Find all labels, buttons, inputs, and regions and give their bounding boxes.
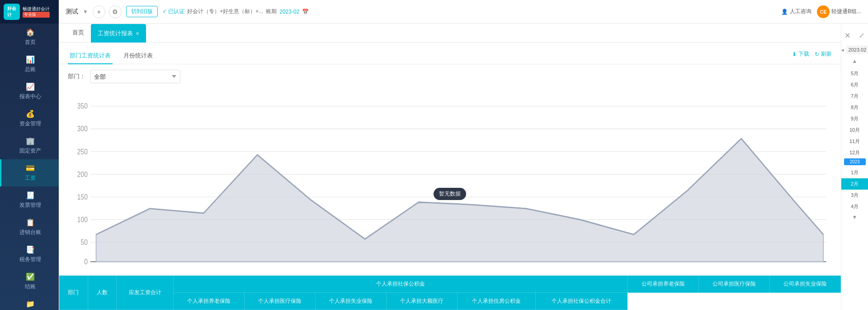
month-up-icon[interactable]: ▲: [850, 56, 859, 66]
tab-home[interactable]: 首页: [66, 24, 91, 43]
sidebar-label-ledger: 总账: [25, 66, 36, 73]
page-content: 部门工资统计表 月份统计表 ⬇ 下载 ↻ 刷新: [59, 43, 841, 310]
dropdown-arrow-icon: ▼: [83, 9, 88, 15]
col-company-medical: 公司承担医疗保险: [698, 276, 769, 293]
refresh-button[interactable]: ↻ 刷新: [815, 50, 832, 58]
month-nav-2023: 1月 2月 3月 4月: [841, 167, 868, 212]
sidebar-item-home[interactable]: 🏠 首页: [0, 24, 59, 51]
settle-icon: ✅: [26, 272, 35, 281]
period-value: 2023-02: [279, 9, 299, 15]
add-button[interactable]: +: [93, 5, 105, 18]
topbar: 测试 ▼ + ⚙ 切到旧版 ✓ 已认证 好会计（专）+好生意（标）+... 账期…: [59, 0, 868, 24]
date-display[interactable]: 2023.02: [846, 45, 868, 54]
sidebar-item-settle[interactable]: ✅ 结账: [0, 268, 59, 295]
sidebar-item-reports[interactable]: 📈 报表中心: [0, 78, 59, 105]
sub-tab-month-label: 月份统计表: [123, 52, 153, 59]
archive-icon: 📁: [26, 300, 35, 308]
project-title: 测试: [66, 8, 78, 16]
content: 首页 工资统计报表 × 部门工资统计表 月份统计表: [59, 24, 868, 310]
sidebar-label-assets: 固定资产: [19, 147, 41, 155]
sidebar-label-settle: 结账: [25, 283, 36, 291]
sidebar-nav: 🏠 首页 📊 总账 📈 报表中心 💰 资金管理 🏢 固定资产 💳 工资 🧾 发票…: [0, 24, 59, 310]
sub-tab-dept[interactable]: 部门工资统计表: [68, 48, 113, 64]
month-9[interactable]: 9月: [841, 113, 868, 124]
ai-consult-button[interactable]: 👤 人工咨询: [781, 8, 811, 15]
tab-close-icon[interactable]: ×: [136, 30, 139, 37]
sidebar-item-funds[interactable]: 💰 资金管理: [0, 105, 59, 132]
col-count: 人数: [88, 276, 117, 310]
month-down-icon[interactable]: ▼: [850, 212, 859, 222]
main-area: 测试 ▼ + ⚙ 切到旧版 ✓ 已认证 好会计（专）+好生意（标）+... 账期…: [59, 0, 868, 310]
ai-label: 人工咨询: [790, 8, 811, 15]
settings-button[interactable]: ⚙: [109, 5, 122, 18]
col-personal-unemployment: 个人承担失业保险: [316, 293, 387, 310]
month-10[interactable]: 10月: [841, 124, 868, 136]
panel-close-icon[interactable]: ✕: [841, 29, 854, 42]
col-personal-medical: 个人承担医疗保险: [245, 293, 316, 310]
svg-text:350: 350: [77, 103, 88, 110]
sidebar-label-home: 首页: [25, 38, 36, 46]
area-chart: 350 300 250 200 150 100 50 0: [68, 93, 832, 275]
topbar-info: ✓ 已认证 好会计（专）+好生意（标）+... 账期 2023-02 📅: [162, 8, 309, 15]
assets-icon: 🏢: [26, 137, 35, 145]
month-scroll-area: ▲ 5月 6月 7月 8月 9月 10月 11月 12月 2023 1月 2月 …: [841, 56, 868, 222]
sub-tab-actions: ⬇ 下载 ↻ 刷新: [792, 50, 832, 62]
col-salary: 应发工资合计: [117, 276, 174, 310]
svg-text:200: 200: [77, 171, 88, 178]
sidebar-item-sales[interactable]: 📋 进销台账: [0, 214, 59, 241]
sidebar-label-tax: 税务管理: [19, 256, 41, 263]
month-6[interactable]: 6月: [841, 79, 868, 91]
sidebar-item-invoice[interactable]: 🧾 发票管理: [0, 186, 59, 214]
filter-bar: 部门： 全部 财务部 销售部 技术部 行政部: [59, 64, 841, 89]
topbar-right: 👤 人工咨询 CE 轻捷通B组...: [781, 5, 861, 18]
salary-icon: 💳: [26, 164, 35, 172]
month-12[interactable]: 12月: [841, 147, 868, 158]
col-personal-total: 个人承担社保公积金合计: [535, 293, 627, 310]
col-dept: 部门: [59, 276, 88, 310]
sidebar-item-archive[interactable]: 📁 归档管理: [0, 295, 59, 310]
col-company-unemployment: 公司承担失业保险: [769, 276, 840, 293]
calendar-icon[interactable]: 📅: [302, 9, 309, 15]
month-5[interactable]: 5月: [841, 68, 868, 79]
month-11[interactable]: 11月: [841, 136, 868, 147]
col-company-pension: 公司承担养老保险: [627, 276, 698, 293]
logo-text: 畅捷通好会计 专业版: [23, 6, 50, 18]
month-3-2023[interactable]: 3月: [841, 190, 868, 201]
sidebar-label-reports: 报表中心: [19, 93, 41, 100]
user-profile[interactable]: CE 轻捷通B组...: [817, 5, 861, 18]
sub-tab-month[interactable]: 月份统计表: [122, 48, 155, 64]
panel-expand-icon[interactable]: ⤢: [856, 29, 868, 42]
download-icon: ⬇: [792, 51, 797, 57]
month-7[interactable]: 7月: [841, 91, 868, 102]
app-name: 畅捷通好会计: [23, 6, 50, 12]
logo-icon: 好会计: [4, 4, 20, 20]
sidebar-item-assets[interactable]: 🏢 固定资产: [0, 132, 59, 159]
svg-text:0: 0: [84, 258, 88, 266]
right-panel: ✕ ⤢ ◄ 2023.02 ▲ 5月 6月 7月 8月 9月 10月 11月 1…: [841, 24, 868, 310]
sub-tab-dept-label: 部门工资统计表: [70, 52, 111, 59]
tab-home-label: 首页: [72, 29, 84, 37]
sidebar-label-funds: 资金管理: [19, 120, 41, 128]
sidebar-logo: 好会计 畅捷通好会计 专业版: [0, 0, 59, 24]
col-personal-social: 个人承担社保公积金: [174, 276, 628, 293]
month-4-2023[interactable]: 4月: [841, 201, 868, 212]
sidebar-item-tax[interactable]: 📑 税务管理: [0, 241, 59, 268]
date-nav-arrow-icon: ◄: [841, 48, 845, 52]
reports-icon: 📈: [26, 82, 35, 91]
certified-text: 已认证: [168, 8, 184, 14]
sub-tabs: 部门工资统计表 月份统计表 ⬇ 下载 ↻ 刷新: [59, 43, 841, 64]
dept-select[interactable]: 全部 财务部 销售部 技术部 行政部: [90, 70, 180, 83]
certified-badge: ✓ 已认证: [162, 8, 184, 15]
username-label: 轻捷通B组...: [831, 8, 861, 15]
svg-text:150: 150: [77, 193, 88, 201]
month-8[interactable]: 8月: [841, 102, 868, 113]
month-1-2023[interactable]: 1月: [841, 167, 868, 178]
tab-salary-report[interactable]: 工资统计报表 ×: [91, 24, 146, 43]
svg-text:100: 100: [77, 216, 88, 224]
sidebar-item-ledger[interactable]: 📊 总账: [0, 51, 59, 78]
home-icon: 🏠: [26, 28, 35, 37]
download-button[interactable]: ⬇ 下载: [792, 50, 809, 58]
month-2-2023[interactable]: 2月: [841, 178, 868, 190]
sidebar-item-salary[interactable]: 💳 工资: [0, 159, 59, 186]
switch-old-version-button[interactable]: 切到旧版: [126, 6, 158, 17]
